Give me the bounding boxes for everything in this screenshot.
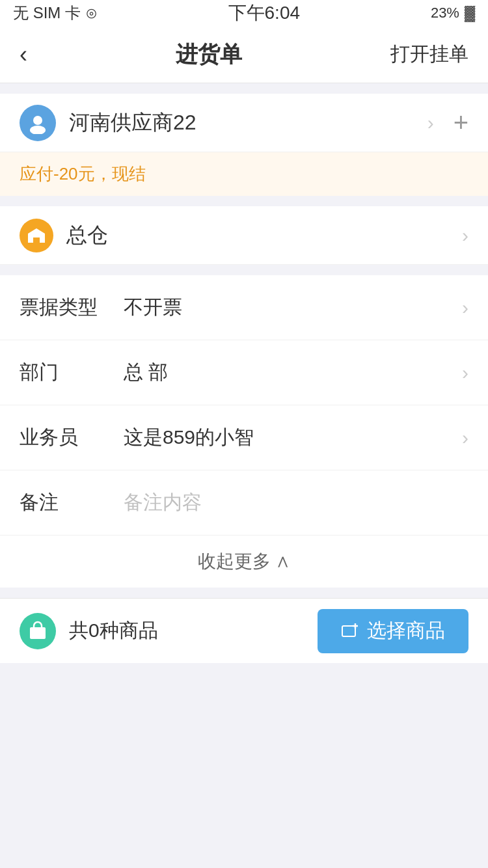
department-chevron-icon: › (462, 362, 468, 384)
warehouse-icon (20, 219, 53, 252)
collapse-label: 收起更多 ∧ (198, 549, 291, 574)
warehouse-row[interactable]: 总仓 › (0, 206, 488, 265)
department-label: 部门 (20, 359, 111, 386)
status-right: 23% ▓ (431, 5, 475, 21)
remark-value: 备注内容 (124, 489, 468, 516)
department-row[interactable]: 部门 总 部 › (0, 340, 488, 405)
section-gap-1 (0, 83, 488, 94)
invoice-type-value: 不开票 (124, 294, 462, 321)
section-gap-4 (0, 588, 488, 598)
salesperson-row[interactable]: 业务员 这是859的小智 › (0, 405, 488, 470)
salesperson-value: 这是859的小智 (124, 424, 462, 451)
salesperson-label: 业务员 (20, 424, 111, 451)
supplier-name: 河南供应商22 (69, 109, 427, 137)
status-bar: 无 SIM 卡 ⊙ 下午6:04 23% ▓ (0, 0, 488, 26)
select-product-label: 选择商品 (367, 617, 445, 644)
warehouse-label: 总仓 (66, 221, 462, 250)
gray-content-area (0, 663, 488, 858)
supplier-chevron-icon: › (427, 112, 434, 134)
battery-label: 23% (431, 5, 459, 21)
bottom-bar: 共0种商品 选择商品 (0, 598, 488, 663)
battery-icon: ▓ (465, 5, 475, 21)
warehouse-chevron-icon: › (462, 224, 468, 247)
invoice-type-chevron-icon: › (462, 297, 468, 319)
svg-rect-3 (30, 627, 46, 639)
back-button[interactable]: ‹ (20, 41, 27, 68)
select-product-button[interactable]: 选择商品 (318, 609, 468, 653)
form-section: 票据类型 不开票 › 部门 总 部 › 业务员 这是859的小智 › 备注 备注… (0, 275, 488, 588)
product-icon (20, 613, 56, 649)
collapse-toggle[interactable]: 收起更多 ∧ (0, 536, 488, 588)
select-product-icon (341, 622, 359, 640)
supplier-row[interactable]: 河南供应商22 › + (0, 94, 488, 152)
product-count-label: 共0种商品 (69, 617, 318, 644)
svg-rect-2 (33, 237, 40, 243)
supplier-section: 河南供应商22 › + 应付-20元，现结 (0, 94, 488, 196)
sim-label: 无 SIM 卡 ⊙ (13, 3, 98, 23)
page-title: 进货单 (176, 40, 242, 70)
notice-banner: 应付-20元，现结 (0, 152, 488, 196)
svg-point-0 (33, 116, 42, 125)
status-time: 下午6:04 (228, 1, 301, 25)
remark-label: 备注 (20, 489, 111, 516)
nav-bar: ‹ 进货单 打开挂单 (0, 26, 488, 83)
salesperson-chevron-icon: › (462, 427, 468, 449)
warehouse-section: 总仓 › (0, 206, 488, 265)
section-gap-3 (0, 265, 488, 275)
svg-rect-4 (342, 626, 355, 636)
status-left: 无 SIM 卡 ⊙ (13, 3, 98, 23)
add-supplier-icon[interactable]: + (454, 108, 468, 137)
invoice-type-row[interactable]: 票据类型 不开票 › (0, 275, 488, 340)
invoice-type-label: 票据类型 (20, 294, 111, 321)
remark-row[interactable]: 备注 备注内容 (0, 470, 488, 536)
notice-text: 应付-20元，现结 (20, 164, 146, 183)
section-gap-2 (0, 196, 488, 206)
svg-point-1 (30, 126, 46, 134)
supplier-avatar (20, 105, 56, 141)
department-value: 总 部 (124, 359, 462, 386)
open-pending-button[interactable]: 打开挂单 (390, 41, 468, 68)
